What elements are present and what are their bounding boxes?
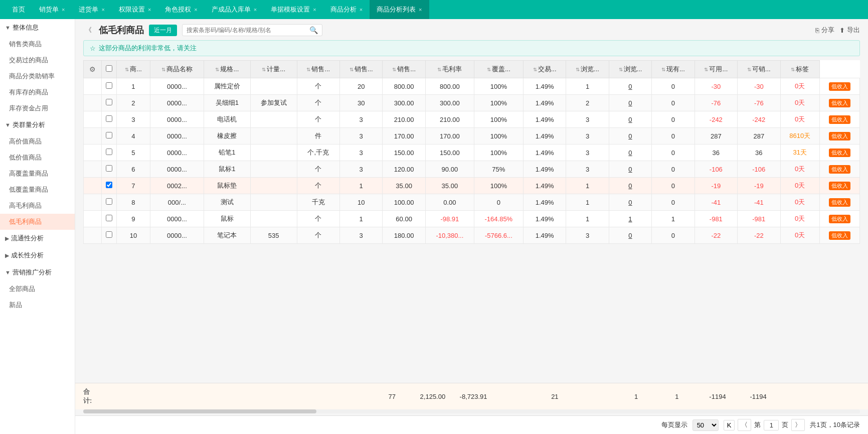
row-select-checkbox[interactable] bbox=[106, 165, 112, 172]
col-sales-amt[interactable]: ⇅销售... bbox=[339, 61, 382, 78]
sidebar-item-sales-products[interactable]: 销售类商品 bbox=[0, 36, 75, 52]
nav-products[interactable]: 产成品入库单 × bbox=[205, 0, 264, 19]
row-checkbox-cell[interactable] bbox=[102, 211, 117, 227]
col-spec[interactable]: ⇅规格... bbox=[204, 61, 250, 78]
sidebar-item-in-stock[interactable]: 有库存的商品 bbox=[0, 84, 75, 100]
filter-button[interactable]: 近一月 bbox=[149, 25, 177, 36]
row-select-checkbox[interactable] bbox=[106, 149, 112, 155]
col-sales-profit[interactable]: ⇅销售... bbox=[383, 61, 425, 78]
close-icon[interactable]: × bbox=[254, 7, 257, 13]
row-checkbox-cell[interactable] bbox=[102, 194, 117, 211]
col-available[interactable]: ⇅可用... bbox=[695, 61, 737, 78]
row-browse1[interactable]: 0 bbox=[609, 161, 651, 178]
col-browse2[interactable]: ⇅浏览... bbox=[609, 61, 651, 78]
col-profit-rate[interactable]: ⇅毛利率 bbox=[425, 61, 474, 78]
close-icon[interactable]: × bbox=[101, 7, 104, 13]
collapse-button[interactable]: 《 bbox=[83, 26, 94, 35]
sidebar-item-high-coverage[interactable]: 高覆盖量商品 bbox=[0, 166, 75, 182]
sidebar-item-high-value[interactable]: 高价值商品 bbox=[0, 133, 75, 150]
col-checkbox[interactable] bbox=[102, 61, 117, 78]
col-coverage[interactable]: ⇅覆盖... bbox=[474, 61, 523, 78]
row-checkbox-cell[interactable] bbox=[102, 128, 117, 144]
row-select-checkbox[interactable] bbox=[106, 231, 112, 238]
row-select-checkbox[interactable] bbox=[106, 132, 112, 138]
sidebar-group-overall[interactable]: ▼ 整体信息 bbox=[0, 19, 75, 36]
nav-permissions[interactable]: 权限设置 × bbox=[112, 0, 158, 19]
nav-purchase[interactable]: 进货单 × bbox=[72, 0, 111, 19]
sidebar-group-marketing[interactable]: ▼ 营销推广分析 bbox=[0, 264, 75, 281]
sidebar-item-new-products[interactable]: 新品 bbox=[0, 297, 75, 313]
row-browse1[interactable]: 0 bbox=[609, 194, 651, 211]
row-checkbox-cell[interactable] bbox=[102, 178, 117, 194]
row-checkbox-cell[interactable] bbox=[102, 111, 117, 128]
row-checkbox-cell[interactable] bbox=[102, 78, 117, 95]
nav-sales[interactable]: 销货单 × bbox=[32, 0, 72, 19]
sidebar-group-circulation[interactable]: ▶ 流通性分析 bbox=[0, 230, 75, 247]
col-browse1[interactable]: ⇅浏览... bbox=[566, 61, 609, 78]
first-page-button[interactable]: K bbox=[724, 420, 735, 430]
sidebar-item-low-margin[interactable]: 低毛利商品 bbox=[0, 214, 75, 230]
row-browse1[interactable]: 0 bbox=[609, 78, 651, 95]
close-icon[interactable]: × bbox=[313, 7, 316, 13]
col-code[interactable]: ⇅商... bbox=[117, 61, 150, 78]
sidebar-group-cluster[interactable]: ▼ 类群量分析 bbox=[0, 116, 75, 133]
nav-home[interactable]: 首页 bbox=[5, 0, 32, 19]
col-sellable[interactable]: ⇅可销... bbox=[738, 61, 780, 78]
sidebar-item-traded-products[interactable]: 交易过的商品 bbox=[0, 52, 75, 68]
close-icon[interactable]: × bbox=[419, 7, 422, 13]
page-size-select[interactable]: 50 100 200 bbox=[692, 419, 719, 431]
sidebar-item-all-products[interactable]: 全部商品 bbox=[0, 281, 75, 297]
row-select-checkbox[interactable] bbox=[106, 82, 112, 89]
notice-icon: ☆ bbox=[90, 45, 96, 52]
row-select-checkbox[interactable] bbox=[106, 215, 112, 221]
col-stock[interactable]: ⇅现有... bbox=[652, 61, 695, 78]
row-name: 笔记本 bbox=[204, 227, 250, 244]
row-browse1[interactable]: 0 bbox=[609, 227, 651, 244]
row-browse1[interactable]: 0 bbox=[609, 144, 651, 161]
row-checkbox-cell[interactable] bbox=[102, 227, 117, 244]
table-row: 5 0000... 铅笔1 个,千克 3 150.00 150.00 100% … bbox=[84, 144, 860, 161]
row-select-checkbox[interactable] bbox=[106, 198, 112, 205]
scrollbar-track[interactable] bbox=[83, 409, 860, 413]
next-page-button[interactable]: 〉 bbox=[791, 419, 805, 431]
sidebar-item-category-rate[interactable]: 商品分类助销率 bbox=[0, 68, 75, 84]
sidebar-item-stock-capital[interactable]: 库存资金占用 bbox=[0, 100, 75, 116]
search-icon[interactable]: 🔍 bbox=[309, 26, 318, 34]
row-browse1[interactable]: 0 bbox=[609, 95, 651, 111]
search-input[interactable] bbox=[187, 27, 307, 34]
col-trade[interactable]: ⇅交易... bbox=[523, 61, 566, 78]
col-gear[interactable]: ⚙ bbox=[84, 61, 102, 78]
row-select-checkbox[interactable] bbox=[106, 115, 112, 122]
nav-analysis[interactable]: 商品分析 × bbox=[323, 0, 370, 19]
row-browse1[interactable]: 0 bbox=[609, 128, 651, 144]
row-select-checkbox[interactable] bbox=[106, 182, 112, 188]
row-browse1[interactable]: 1 bbox=[609, 211, 651, 227]
row-checkbox-cell[interactable] bbox=[102, 144, 117, 161]
row-select-checkbox[interactable] bbox=[106, 99, 112, 105]
row-browse1[interactable]: 0 bbox=[609, 111, 651, 128]
col-sales-qty[interactable]: ⇅销售... bbox=[297, 61, 339, 78]
share-button[interactable]: ⎘ 分享 bbox=[815, 26, 834, 35]
row-checkbox-cell[interactable] bbox=[102, 95, 117, 111]
row-browse1[interactable]: 0 bbox=[609, 178, 651, 194]
sidebar-item-low-coverage[interactable]: 低覆盖量商品 bbox=[0, 182, 75, 198]
current-page[interactable]: 1 bbox=[764, 420, 779, 430]
close-icon[interactable]: × bbox=[148, 7, 151, 13]
col-tag[interactable]: ⇅标签 bbox=[780, 61, 819, 78]
nav-templates[interactable]: 单据模板设置 × bbox=[264, 0, 323, 19]
sidebar-item-high-margin[interactable]: 高毛利商品 bbox=[0, 198, 75, 214]
close-icon[interactable]: × bbox=[360, 7, 363, 13]
select-all-checkbox[interactable] bbox=[106, 65, 112, 72]
close-icon[interactable]: × bbox=[194, 7, 197, 13]
nav-roles[interactable]: 角色授权 × bbox=[158, 0, 204, 19]
scrollbar-thumb[interactable] bbox=[83, 409, 316, 413]
sidebar-group-growth[interactable]: ▶ 成长性分析 bbox=[0, 247, 75, 264]
col-unit[interactable]: ⇅计量... bbox=[250, 61, 297, 78]
sidebar-item-low-value[interactable]: 低价值商品 bbox=[0, 150, 75, 166]
row-checkbox-cell[interactable] bbox=[102, 161, 117, 178]
prev-page-button[interactable]: 〈 bbox=[738, 419, 751, 431]
export-button[interactable]: ⬆ 导出 bbox=[839, 26, 860, 35]
col-name[interactable]: ⇅商品名称 bbox=[150, 61, 204, 78]
nav-analysis-list[interactable]: 商品分析列表 × bbox=[370, 0, 429, 19]
close-icon[interactable]: × bbox=[62, 7, 65, 13]
